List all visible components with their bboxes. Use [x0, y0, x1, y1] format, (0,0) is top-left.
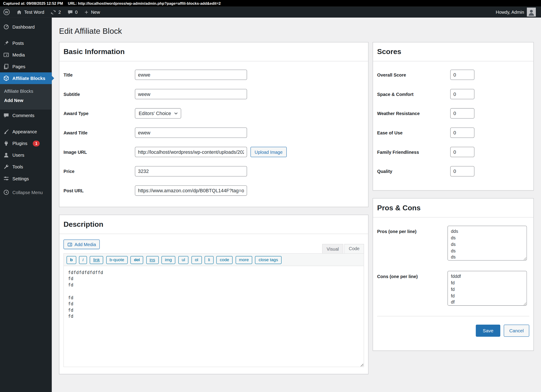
subtitle-label: Subtitle — [63, 92, 135, 97]
sidebar-item-dashboard[interactable]: Dashboard — [0, 21, 52, 33]
new-label: New — [91, 10, 100, 15]
award-type-select[interactable]: Editors' Choice — [135, 108, 181, 119]
appearance-brush-icon — [3, 129, 10, 135]
pin-icon — [3, 40, 10, 46]
description-editor[interactable]: fdfdfdfdfdffd fd fd fd fd fd fd — [64, 266, 364, 367]
qt-li-button[interactable]: li — [205, 256, 213, 264]
form-actions: Save Cancel — [377, 325, 529, 337]
image-url-input[interactable] — [135, 147, 247, 157]
user-avatar-icon — [527, 8, 536, 17]
upload-image-button[interactable]: Upload Image — [250, 147, 287, 157]
image-url-label: Image URL — [63, 149, 135, 155]
sidebar-item-tools[interactable]: Tools — [0, 161, 52, 173]
editor-mode-tabs: Visual Code — [322, 244, 364, 253]
sidebar-item-appearance[interactable]: Appearance — [0, 126, 52, 137]
overall-score-input[interactable] — [450, 70, 474, 80]
qt-del-button[interactable]: del — [130, 256, 143, 264]
image-url-row: Image URL Upload Image — [63, 147, 364, 157]
basic-information-header: Basic Information — [59, 42, 368, 61]
save-button[interactable]: Save — [476, 325, 500, 337]
page-title: Edit Affiliate Block — [59, 18, 534, 42]
qt-ins-button[interactable]: ins — [146, 256, 158, 264]
price-input[interactable] — [135, 166, 247, 177]
comment-bubble-icon — [67, 9, 73, 15]
comments-menu[interactable]: 0 — [64, 6, 81, 18]
screenshot-root: Captured at: 09/08/2025 12:52 PM URL: ht… — [0, 0, 541, 392]
site-name-menu[interactable]: Test Word — [13, 6, 47, 18]
qt-ol-button[interactable]: ol — [191, 256, 202, 264]
score-row: Ease of Use — [377, 127, 529, 138]
subtitle-input[interactable] — [135, 89, 247, 99]
capture-url: URL: http://localhost/wordpress/wp-admin… — [68, 1, 221, 5]
affiliate-blocks-submenu: Affiliate Blocks Add New — [0, 84, 52, 109]
sidebar-item-media[interactable]: Media — [0, 49, 52, 61]
tab-code[interactable]: Code — [344, 244, 364, 253]
sidebar-item-posts[interactable]: Posts — [0, 37, 52, 49]
qt-code-button[interactable]: code — [216, 256, 233, 264]
cons-textarea[interactable]: fdddf fd fd fd df — [447, 271, 527, 306]
sidebar-item-affiliate-blocks[interactable]: Affiliate Blocks — [0, 72, 52, 84]
new-content-menu[interactable]: New — [81, 6, 103, 18]
add-media-button[interactable]: Add Media — [63, 239, 100, 249]
space-comfort-input[interactable] — [450, 89, 474, 99]
pros-textarea[interactable]: dds ds ds ds ds — [447, 226, 527, 261]
score-row: Quality — [377, 166, 529, 177]
pros-row: Pros (one per line) dds ds ds ds ds — [377, 226, 529, 261]
submenu-item-affiliate-blocks[interactable]: Affiliate Blocks — [0, 87, 52, 96]
qt-close-tags-button[interactable]: close tags — [255, 256, 281, 264]
plugins-update-badge: 1 — [33, 141, 40, 146]
weather-resistance-input[interactable] — [450, 108, 474, 119]
overall-score-label: Overall Score — [377, 72, 450, 77]
tab-visual[interactable]: Visual — [322, 244, 343, 253]
sidebar-item-label: Dashboard — [12, 24, 35, 30]
sidebar-item-label: Users — [12, 153, 24, 158]
settings-sliders-icon — [3, 175, 10, 182]
qt-more-button[interactable]: more — [236, 256, 252, 264]
menu-separator — [0, 33, 52, 37]
dashboard-icon — [3, 24, 10, 30]
scores-panel: Scores Overall Score Space & Comfort — [373, 42, 534, 191]
qt-italic-button[interactable]: i — [79, 256, 87, 264]
award-title-input[interactable] — [135, 127, 247, 138]
ease-of-use-input[interactable] — [450, 127, 474, 138]
pros-cons-header: Pros & Cons — [373, 199, 534, 218]
qt-img-button[interactable]: img — [161, 256, 175, 264]
subtitle-row: Subtitle — [63, 89, 364, 99]
award-type-row: Award Type Editors' Choice — [63, 108, 364, 119]
qt-ul-button[interactable]: ul — [178, 256, 189, 264]
sidebar-item-label: Settings — [12, 176, 29, 181]
qt-bold-button[interactable]: b — [67, 256, 76, 264]
sidebar-item-users[interactable]: Users — [0, 149, 52, 161]
cancel-button[interactable]: Cancel — [504, 325, 529, 337]
updates-count: 2 — [58, 10, 61, 15]
family-friendliness-input[interactable] — [450, 147, 474, 157]
account-menu[interactable]: Howdy, Admin — [493, 6, 539, 18]
space-comfort-label: Space & Comfort — [377, 92, 450, 97]
cons-label: Cons (one per line) — [377, 271, 447, 279]
updates-menu[interactable]: 2 — [47, 6, 64, 18]
sidebar-item-comments[interactable]: Comments — [0, 110, 52, 121]
wp-logo-menu[interactable]: W — [0, 6, 13, 18]
add-media-label: Add Media — [75, 242, 96, 247]
post-url-label: Post URL — [63, 188, 135, 193]
svg-text:W: W — [5, 10, 8, 14]
submenu-item-add-new[interactable]: Add New — [0, 96, 52, 105]
sidebar-item-label: Comments — [12, 113, 35, 118]
pages-icon — [3, 63, 10, 70]
sidebar-item-collapse-menu[interactable]: Collapse Menu — [0, 186, 52, 198]
basic-information-panel: Basic Information Title Subtitle — [59, 42, 369, 207]
quality-input[interactable] — [450, 166, 474, 177]
update-icon — [51, 9, 56, 15]
wp-admin-bar: W Test Word 2 0 New Howdy, Admin — [0, 6, 541, 18]
sidebar-item-pages[interactable]: Pages — [0, 61, 52, 72]
sidebar-item-settings[interactable]: Settings — [0, 173, 52, 184]
description-header: Description — [59, 215, 368, 234]
post-url-input[interactable] — [135, 185, 247, 196]
award-type-select-wrap: Editors' Choice — [135, 108, 181, 119]
description-panel: Description Add Media Visual Code — [59, 215, 369, 374]
qt-blockquote-button[interactable]: b-quote — [106, 256, 128, 264]
title-input[interactable] — [135, 70, 247, 80]
qt-link-button[interactable]: link — [90, 256, 103, 264]
score-row: Overall Score — [377, 70, 529, 80]
sidebar-item-plugins[interactable]: Plugins 1 — [0, 137, 52, 149]
